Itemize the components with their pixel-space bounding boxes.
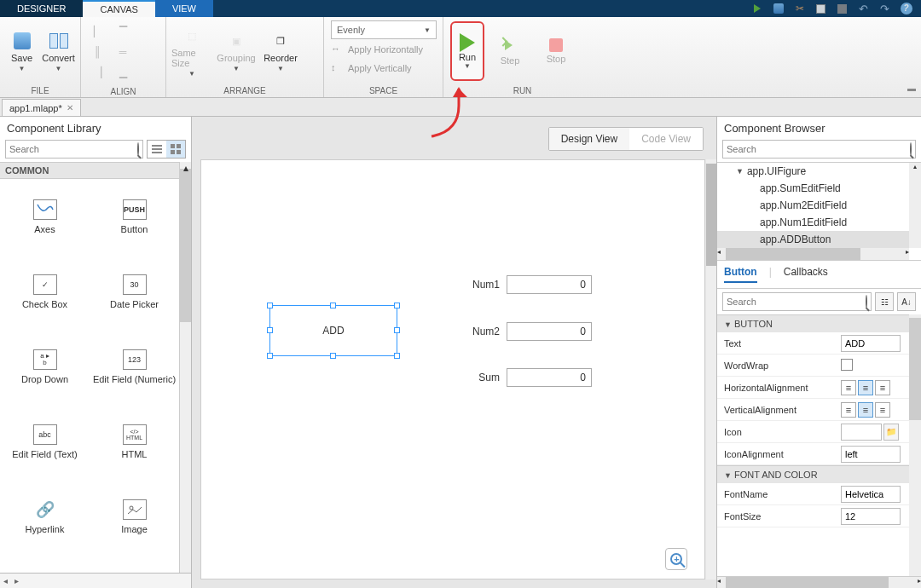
inspector-tab-button[interactable]: Button (724, 266, 757, 283)
prop-text-input[interactable] (841, 335, 901, 352)
resize-handle[interactable] (267, 353, 273, 359)
comp-axes[interactable]: Axes (0, 179, 90, 254)
num2-field[interactable]: 0 (507, 322, 592, 341)
sheet-next-icon[interactable]: ▸ (11, 576, 22, 585)
component-library-search[interactable] (5, 140, 143, 159)
apply-vertically[interactable]: ↕ Apply Vertically (331, 60, 437, 77)
code-view-tab[interactable]: Code View (629, 128, 703, 150)
prop-fontsize-input[interactable] (841, 508, 901, 525)
copy-icon[interactable] (814, 3, 827, 15)
num1-field[interactable]: 0 (507, 275, 592, 294)
samesize-label: Same Size (171, 48, 212, 68)
valign-bottom[interactable]: ≡ (875, 402, 890, 418)
prop-iconalign-input[interactable] (841, 446, 901, 463)
help-icon[interactable]: ? (900, 3, 912, 15)
wordwrap-checkbox[interactable] (841, 359, 853, 371)
halign-right[interactable]: ≡ (875, 380, 890, 395)
prop-icon-input[interactable] (841, 424, 882, 441)
design-view-tab[interactable]: Design View (549, 128, 629, 150)
canvas-area[interactable]: ADD Num1 0 Num2 0 Sum 0 (200, 159, 705, 579)
resize-handle[interactable] (394, 327, 400, 333)
canvas-scrollbar[interactable] (706, 159, 716, 579)
tree-scrollbar[interactable]: ▴ (909, 163, 921, 248)
space-mode-select[interactable]: Evenly ▼ (331, 20, 437, 39)
comp-datepicker[interactable]: 30 Date Picker (90, 254, 179, 329)
valign-middle[interactable]: ≡ (858, 402, 873, 418)
align-bottom-icon[interactable]: ▁ (113, 63, 132, 82)
minimize-ribbon-icon[interactable]: ▬ (907, 84, 918, 94)
tree-node-uifigure[interactable]: ▼ app.UIFigure (717, 163, 909, 180)
resize-handle[interactable] (267, 327, 273, 333)
run-button[interactable]: Run ▼ (450, 21, 484, 81)
tab-view[interactable]: VIEW (155, 0, 213, 17)
comp-hyperlink[interactable]: 🔗 Hyperlink (0, 479, 90, 554)
list-view-toggle[interactable] (148, 141, 166, 158)
apply-horizontally[interactable]: ↔ Apply Horizontally (331, 41, 437, 58)
stop-button[interactable]: Stop (536, 20, 576, 82)
play-icon[interactable] (750, 3, 763, 15)
categorize-button[interactable]: ☷ (875, 292, 894, 311)
comp-label: Image (121, 524, 148, 534)
paste-icon[interactable] (836, 3, 849, 15)
tab-canvas[interactable]: CANVAS (83, 0, 154, 17)
props-scrollbar[interactable] (909, 314, 921, 576)
valign-top[interactable]: ≡ (841, 402, 856, 418)
comp-editfield-text[interactable]: abc Edit Field (Text) (0, 404, 90, 479)
zoom-in-button[interactable] (665, 548, 687, 570)
align-center-h-icon[interactable]: ║ (88, 43, 107, 61)
halign-center[interactable]: ≡ (858, 380, 873, 395)
file-tab[interactable]: app1.mlapp* ✕ (2, 99, 81, 116)
undo-icon[interactable]: ↶ (857, 3, 870, 15)
comp-html[interactable]: </>HTML HTML (90, 404, 179, 479)
prop-section-font[interactable]: ▼ FONT AND COLOR (717, 465, 909, 483)
samesize-button[interactable]: ⬚ Same Size ▼ (171, 21, 212, 83)
comp-button[interactable]: PUSH Button (90, 179, 179, 254)
tree-node[interactable]: app.ADDButton (717, 231, 909, 248)
props-hscrollbar[interactable]: ◂▸ (717, 576, 921, 588)
prop-fontname-input[interactable] (841, 486, 901, 503)
grid-view-toggle[interactable] (166, 141, 185, 158)
browse-icon-button[interactable]: 📁 (883, 424, 899, 441)
sum-field[interactable]: 0 (507, 368, 592, 387)
align-right-icon[interactable]: ▕ (88, 63, 107, 82)
redo-icon[interactable]: ↷ (878, 3, 891, 15)
comp-checkbox[interactable]: ✓ Check Box (0, 254, 90, 329)
link-icon: 🔗 (33, 499, 57, 520)
comp-image[interactable]: Image (90, 479, 179, 554)
align-top-icon[interactable]: ▔ (113, 22, 132, 41)
save-button[interactable]: Save ▼ (5, 21, 38, 83)
align-left-icon[interactable]: ▏ (88, 22, 107, 41)
resize-handle[interactable] (330, 303, 336, 308)
inspector-tab-callbacks[interactable]: Callbacks (784, 266, 828, 283)
add-button-widget[interactable]: ADD (269, 305, 397, 356)
resize-handle[interactable] (394, 353, 400, 359)
component-library-scrollbar[interactable]: ▴ (179, 162, 191, 573)
resize-handle[interactable] (330, 353, 336, 359)
resize-handle[interactable] (267, 303, 273, 308)
grouping-button[interactable]: ▣ Grouping ▼ (216, 21, 257, 83)
sort-button[interactable]: A↓ (897, 292, 916, 311)
search-input[interactable] (9, 144, 137, 154)
step-button[interactable]: Step (489, 20, 530, 82)
halign-left[interactable]: ≡ (841, 380, 856, 395)
tree-node[interactable]: app.Num1EditField (717, 214, 909, 231)
close-file-tab-icon[interactable]: ✕ (67, 103, 73, 112)
resize-handle[interactable] (394, 303, 400, 308)
tree-node[interactable]: app.Num2EditField (717, 197, 909, 214)
browser-search[interactable] (722, 140, 916, 159)
align-center-v-icon[interactable]: ═ (113, 43, 132, 61)
comp-dropdown[interactable]: a ▸b Drop Down (0, 329, 90, 404)
search-input[interactable] (727, 144, 910, 154)
sheet-prev-icon[interactable]: ◂ (0, 576, 11, 585)
tree-node[interactable]: app.SumEditField (717, 180, 909, 197)
search-input[interactable] (727, 297, 866, 307)
convert-button[interactable]: Convert ▼ (42, 21, 75, 83)
prop-section-button[interactable]: ▼ BUTTON (717, 314, 909, 332)
tab-designer[interactable]: DESIGNER (0, 0, 83, 17)
save-icon[interactable] (772, 3, 785, 15)
cut-icon[interactable]: ✂ (793, 3, 806, 15)
comp-editfield-numeric[interactable]: 123 Edit Field (Numeric) (90, 329, 179, 404)
reorder-button[interactable]: ❐ Reorder ▼ (260, 21, 301, 83)
property-search[interactable] (722, 292, 872, 311)
tree-hscrollbar[interactable]: ◂▸ (717, 248, 909, 260)
